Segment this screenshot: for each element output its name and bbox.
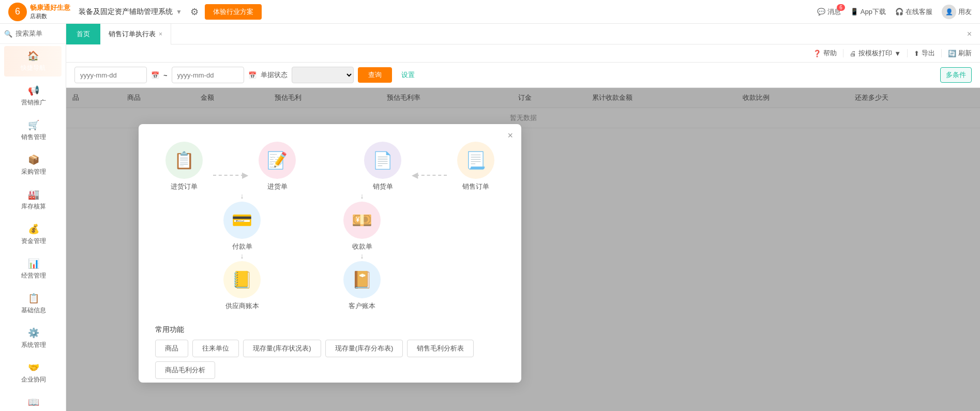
sidebar-item-quick-nav[interactable]: 🏠 快捷导航 [4,46,62,77]
sidebar-item-system[interactable]: ⚙️ 系统管理 [0,321,66,356]
refresh-label: 刷新 [958,49,972,58]
logo-icon: 6 [8,3,27,21]
system-label: 系统管理 [21,341,46,349]
sidebar-item-purchase[interactable]: 📦 采购管理 [0,148,66,182]
sidebar-item-inventory[interactable]: 🏭 库存核算 [0,182,66,217]
sidebar-item-finance[interactable]: 💰 资金管理 [0,217,66,252]
flow-node-customer-ledger[interactable]: 📔 客户账本 [343,261,381,311]
tab-close-icon[interactable]: × [159,31,162,38]
finance-label: 资金管理 [21,237,46,246]
system-title-dropdown[interactable]: ▼ [176,8,182,16]
func-btn-sales-gross[interactable]: 销售毛利分析表 [407,340,474,357]
tab-bar: 首页 销售订单执行表 × × [66,24,980,44]
func-buttons: 商品 往来单位 现存量(库存状况表) 现存量(库存分布表) 销售毛利分析表 商品… [155,340,505,379]
common-title: 常用功能 [155,325,505,334]
help-icon: ❓ [813,50,821,57]
supplier-ledger-circle: 📒 [223,261,261,298]
func-btn-partner[interactable]: 往来单位 [192,340,239,357]
message-badge: 6 [837,4,845,11]
sales-label: 销售管理 [21,133,46,142]
print-btn[interactable]: 🖨 按模板打印 ▼ [850,49,901,58]
newbie-icon: 📖 [28,397,39,408]
more-conditions-btn[interactable]: 多条件 [940,67,972,83]
user-area[interactable]: 👤 用友 [942,5,972,19]
service-label: 在线客服 [906,7,932,17]
sidebar-item-operations[interactable]: 📊 经营管理 [0,252,66,286]
date-cal-icon2[interactable]: 📅 [248,71,257,79]
basic-label: 基础信息 [21,306,46,315]
sales-bill-down: ↓ 💴 收款单 [333,191,391,251]
sales-icon: 🛒 [28,119,39,131]
marketing-icon: 📢 [28,85,39,96]
purchase-bill-label: 进货单 [267,182,288,191]
flow-node-supplier-ledger[interactable]: 📒 供应商账本 [223,261,261,311]
operations-icon: 📊 [28,258,39,269]
refresh-btn[interactable]: 🔄 刷新 [948,49,972,58]
tab-sales-order[interactable]: 销售订单执行表 × [100,24,171,44]
flow-node-receipt[interactable]: 💴 收款单 [343,202,381,251]
top-bar: 6 畅康通好生意 店易数 装备及固定资产辅助管理系统 ▼ ⚙ 体验行业方案 💬 … [0,0,980,24]
func-btn-goods[interactable]: 商品 [155,340,188,357]
purchase-order-circle: 📋 [165,142,203,179]
print-icon: 🖨 [850,50,856,57]
arrow-2: ◀ [412,170,447,180]
flow-node-sales-bill[interactable]: 📄 销货单 [364,142,401,191]
flow-node-purchase-bill[interactable]: 📝 进货单 [259,142,296,191]
settings-btn[interactable]: 设置 [396,68,420,82]
app-download-btn[interactable]: 📱 App下载 [850,7,886,17]
search-label: 搜索菜单 [16,29,42,38]
export-btn[interactable]: ⬆ 导出 [914,49,935,58]
flow-node-payment[interactable]: 💳 付款单 [223,202,261,251]
flow-node-sales-order[interactable]: 📃 销售订单 [457,142,494,191]
help-btn[interactable]: ❓ 帮助 [813,49,837,58]
flow-node-purchase-order[interactable]: 📋 进货订单 [165,142,203,191]
inventory-icon: 🏭 [28,189,39,200]
date-end-input[interactable] [172,67,244,83]
func-btn-stock-dist[interactable]: 现存量(库存分布表) [325,340,403,357]
customer-ledger-label: 客户账本 [349,301,375,311]
modal-close-btn[interactable]: × [507,130,513,141]
purchase-bill-circle: 📝 [259,142,296,179]
func-btn-goods-gross[interactable]: 商品毛利分析 [155,361,215,379]
supplier-ledger-label: 供应商账本 [225,301,259,311]
refresh-icon: 🔄 [948,50,956,57]
sidebar-item-basic[interactable]: 📋 基础信息 [0,286,66,321]
sales-order-label: 销售订单 [462,182,489,191]
supplier-ledger-icon: 📒 [232,270,252,290]
status-select[interactable] [292,67,354,83]
service-icon: 🎧 [895,8,903,16]
receipt-label: 收款单 [352,242,372,251]
tab-home[interactable]: 首页 [66,24,100,44]
sidebar: 🔍 搜索菜单 🏠 快捷导航 📢 营销推广 🛒 销售管理 📦 采购管理 🏭 [0,24,66,411]
search-icon: 🔍 [4,30,12,38]
tab-close-main[interactable]: × [959,24,980,44]
purchase-bill-down: ↓ 💳 付款单 [213,191,271,251]
toolbar: ❓ 帮助 🖨 按模板打印 ▼ ⬆ 导出 🔄 刷新 [66,44,980,63]
date-start-input[interactable] [74,67,147,83]
search-menu[interactable]: 🔍 搜索菜单 [0,24,66,44]
payment-label: 付款单 [232,242,252,251]
avatar: 👤 [942,5,956,19]
system-icon: ⚙️ [28,327,39,339]
payment-down: ↓ 📒 供应商账本 [213,251,271,311]
sidebar-item-sales[interactable]: 🛒 销售管理 [0,113,66,148]
service-btn[interactable]: 🎧 在线客服 [895,7,932,17]
receipt-down: ↓ 📔 客户账本 [333,251,391,311]
date-cal-icon[interactable]: 📅 [151,71,159,79]
func-btn-stock-status[interactable]: 现存量(库存状况表) [243,340,321,357]
settings-icon[interactable]: ⚙ [188,4,201,20]
sidebar-item-marketing[interactable]: 📢 营销推广 [0,79,66,113]
top-actions: ⚙ 体验行业方案 [188,4,262,20]
marketing-label: 营销推广 [21,98,46,107]
sidebar-item-enterprise[interactable]: 🤝 企业协同 [0,356,66,390]
sales-order-icon: 📃 [465,150,486,170]
query-button[interactable]: 查询 [358,67,392,83]
message-btn[interactable]: 💬 消息 6 [817,7,841,17]
payment-icon: 💳 [232,210,252,230]
try-button[interactable]: 体验行业方案 [205,4,262,20]
flow-row-3: ↓ 📒 供应商账本 [155,251,505,311]
print-dropdown-icon: ▼ [894,50,901,57]
logo-line2: 店易数 [30,12,70,20]
content-area: 首页 销售订单执行表 × × ❓ 帮助 🖨 按模板打印 ▼ [66,24,980,411]
sidebar-item-newbie[interactable]: 📖 新手引导 [0,390,66,411]
